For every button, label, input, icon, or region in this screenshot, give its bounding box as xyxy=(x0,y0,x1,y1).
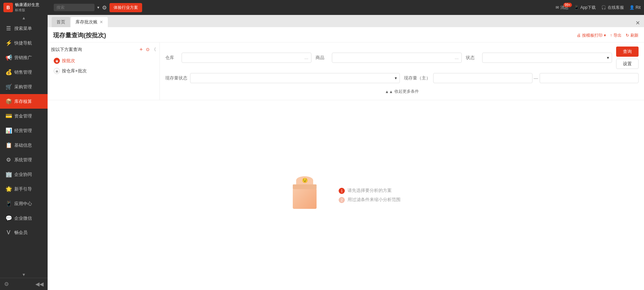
sidebar-item-enterprise[interactable]: 🏢企业协同 xyxy=(0,167,48,182)
status-select[interactable]: ▾ xyxy=(482,53,612,63)
sidebar-item-marketing[interactable]: 📢营销推广 xyxy=(0,50,48,65)
scheme-collapse-button[interactable]: 《 xyxy=(152,47,156,53)
sidebar-item-search[interactable]: ☰搜索菜单 xyxy=(0,21,48,36)
print-icon: 🖨 xyxy=(577,33,581,38)
warehouse-label: 仓库 xyxy=(165,55,179,61)
inventory-status-field: 现存量状态 ▾ xyxy=(165,73,400,83)
user-menu[interactable]: 👤 Rit xyxy=(629,5,641,10)
sidebar-item-operation[interactable]: 📊经营管理 xyxy=(0,123,48,138)
sidebar-menu: ☰搜索菜单⚡快捷导航📢营销推广💰销售管理🛒采购管理📦库存核算💳资金管理📊经营管理… xyxy=(0,21,48,272)
filter-schemes-header: 按以下方案查询 ＋ ⊙ 《 xyxy=(51,46,156,53)
sidebar-label-wechat: 企业微信 xyxy=(14,215,32,221)
search-dropdown-icon[interactable]: ▾ xyxy=(97,5,99,10)
refresh-label: 刷新 xyxy=(630,33,639,38)
status-label: 状态 xyxy=(466,55,479,61)
filter-schemes-header-right: ＋ ⊙ 《 xyxy=(138,46,156,53)
add-scheme-button[interactable]: ＋ xyxy=(138,46,144,53)
scheme-item-warehouse-batch[interactable]: ◉按仓库+批次 xyxy=(51,66,156,76)
sidebar-item-inventory[interactable]: 📦库存核算 xyxy=(0,94,48,109)
sidebar-item-sales[interactable]: 💰销售管理 xyxy=(0,65,48,79)
refresh-button[interactable]: ↻ 刷新 xyxy=(626,33,639,38)
inventory-qty-max[interactable] xyxy=(540,73,639,83)
product-input[interactable]: … xyxy=(332,53,462,63)
inventory-qty-field: 现存量（主） — xyxy=(404,73,639,83)
brand-icon: B xyxy=(3,3,13,12)
sidebar-item-shortcut[interactable]: ⚡快捷导航 xyxy=(0,36,48,50)
headset-icon: 🎧 xyxy=(601,5,606,10)
collapse-up-icon: ▲▲ xyxy=(385,89,393,94)
gear-icon[interactable]: ⚙ xyxy=(102,4,107,11)
online-service-btn[interactable]: 🎧 在线客服 xyxy=(601,5,624,11)
sidebar-label-enterprise: 企业协同 xyxy=(14,171,32,178)
scheme-label-batch: 按批次 xyxy=(62,58,75,64)
export-button[interactable]: ↑ 导出 xyxy=(610,33,622,38)
app-download-btn[interactable]: 📱 App下载 xyxy=(574,5,596,11)
inventory-status-select[interactable]: ▾ xyxy=(190,73,400,83)
tab-home[interactable]: 首页 xyxy=(52,17,70,27)
sidebar-icon-marketing: 📢 xyxy=(5,54,12,61)
app-icon: 📱 xyxy=(574,5,579,10)
print-label: 按模板打印 xyxy=(582,33,603,38)
sidebar-icon-system: ⚙ xyxy=(5,157,12,163)
collapse-sidebar-button[interactable]: ◀◀ xyxy=(35,281,44,287)
tab-close-inventory-batch[interactable]: ✕ xyxy=(100,20,103,24)
message-btn[interactable]: ✉ 消息 99+ xyxy=(556,5,569,11)
print-button[interactable]: 🖨 按模板打印 ▾ xyxy=(577,33,606,38)
collapse-filters-button[interactable]: ▲▲ 收起更多条件 xyxy=(165,87,639,96)
sidebar-item-purchase[interactable]: 🛒采购管理 xyxy=(0,79,48,94)
query-button[interactable]: 查询 xyxy=(616,47,639,57)
scroll-down-button[interactable]: ▼ xyxy=(21,272,27,278)
sidebar-item-appcenter[interactable]: 📱应用中心 xyxy=(0,196,48,211)
sidebar-icon-sales: 💰 xyxy=(5,69,12,75)
sidebar-item-basic[interactable]: 📋基础信息 xyxy=(0,138,48,152)
product-dots: … xyxy=(455,55,459,60)
online-service-label: 在线客服 xyxy=(608,5,624,11)
sidebar-label-purchase: 采购管理 xyxy=(14,84,32,90)
sidebar-item-system[interactable]: ⚙系统管理 xyxy=(0,152,48,167)
warehouse-dots: … xyxy=(304,55,308,60)
print-dropdown-icon: ▾ xyxy=(604,33,606,38)
filter-schemes-panel: 按以下方案查询 ＋ ⊙ 《 ◉按批次◉按仓库+批次 xyxy=(48,42,160,100)
empty-illustration: 😟 xyxy=(291,178,325,212)
filter-main: 仓库 … 商品 … xyxy=(160,42,644,100)
message-icon: ✉ xyxy=(556,5,559,10)
sidebar-icon-member: V xyxy=(5,230,12,236)
sidebar-item-wechat[interactable]: 💬企业微信 xyxy=(0,211,48,225)
sidebar-icon-finance: 💳 xyxy=(5,113,12,119)
tabbar-close-right[interactable]: ✕ xyxy=(635,20,640,26)
status-arrow-icon: ▾ xyxy=(607,55,609,60)
search-input[interactable] xyxy=(54,4,95,11)
sidebar-icon-shortcut: ⚡ xyxy=(5,40,12,46)
tab-inventory-batch[interactable]: 库存批次账✕ xyxy=(71,17,108,27)
inventory-qty-min[interactable] xyxy=(433,73,532,83)
scroll-up-button[interactable]: ▲ xyxy=(21,15,27,21)
sidebar-icon-operation: 📊 xyxy=(5,127,12,134)
scheme-list: ◉按批次◉按仓库+批次 xyxy=(51,56,156,76)
experience-button[interactable]: 体验行业方案 xyxy=(109,3,142,12)
inventory-status-arrow-icon: ▾ xyxy=(395,76,397,80)
inventory-qty-range: — xyxy=(433,73,639,83)
scheme-icon-warehouse-batch: ◉ xyxy=(54,68,60,74)
product-field: 商品 … xyxy=(316,53,462,63)
scheme-item-batch[interactable]: ◉按批次 xyxy=(51,56,156,66)
page-header: 现存量查询(按批次) 🖨 按模板打印 ▾ ↑ 导出 ↻ 刷新 xyxy=(48,27,644,42)
topbar-actions: ✉ 消息 99+ 📱 App下载 🎧 在线客服 👤 Rit xyxy=(556,5,641,11)
scheme-icon-batch: ◉ xyxy=(54,58,60,64)
settings-button[interactable]: 设置 xyxy=(616,59,639,69)
sidebar-item-member[interactable]: V畅会员 xyxy=(0,225,48,240)
sidebar-item-newguide[interactable]: 🌟新手引导 xyxy=(0,182,48,196)
scheme-settings-button[interactable]: ⊙ xyxy=(146,47,150,52)
user-name: Rit xyxy=(635,5,641,10)
warehouse-field: 仓库 … xyxy=(165,53,311,63)
tab-label-home: 首页 xyxy=(56,19,65,25)
brand-name: 畅康通好生意 xyxy=(15,2,39,8)
sidebar-label-newguide: 新手引导 xyxy=(14,186,32,192)
collapse-filters-label: 收起更多条件 xyxy=(394,89,419,94)
sidebar-item-finance[interactable]: 💳资金管理 xyxy=(0,109,48,123)
warehouse-input[interactable]: … xyxy=(182,53,311,63)
sidebar-label-system: 系统管理 xyxy=(14,157,32,163)
sidebar-label-search: 搜索菜单 xyxy=(14,25,32,32)
app-download-label: App下载 xyxy=(580,5,596,11)
product-label: 商品 xyxy=(316,55,329,61)
settings-bottom-button[interactable]: ⚙ xyxy=(4,281,9,287)
